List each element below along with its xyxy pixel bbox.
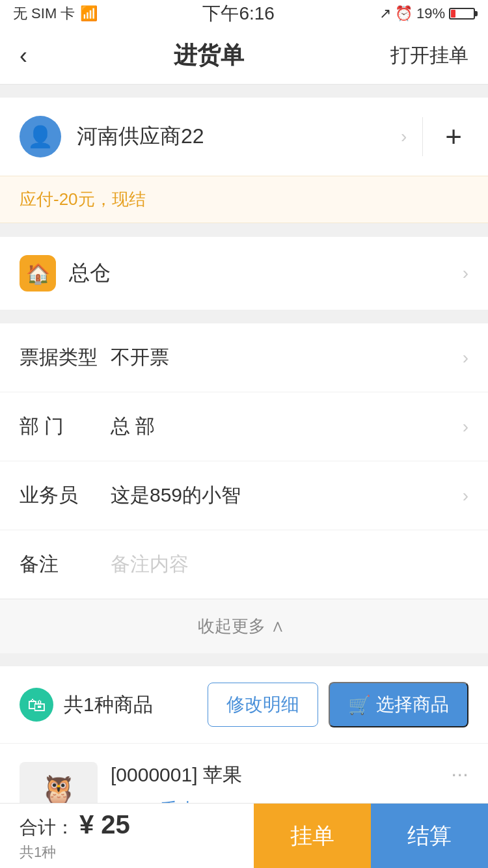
pending-label: 挂单 [290, 821, 334, 851]
select-icon: 🛒 [348, 694, 371, 716]
invoice-chevron-icon: › [463, 347, 468, 368]
battery-percent: 19% [416, 5, 445, 22]
warehouse-name: 总仓 [69, 259, 463, 288]
footer-total-label: 合计： [20, 815, 74, 840]
supplier-name: 河南供应商22 [77, 122, 401, 151]
product-title: 苹果 [203, 764, 242, 785]
supplier-card: 👤 河南供应商22 › + 应付-20元，现结 [0, 98, 488, 223]
product-code: [0000001] [111, 764, 197, 785]
add-supplier-button[interactable]: + [439, 120, 468, 153]
supplier-chevron-icon: › [401, 126, 407, 147]
carrier-label: 无 SIM 卡 [13, 4, 75, 23]
salesperson-chevron-icon: › [463, 485, 468, 506]
dept-label: 部 门 [20, 413, 111, 440]
salesperson-label: 业务员 [20, 482, 111, 509]
salesperson-value: 这是859的小智 [111, 482, 463, 509]
location-icon: ↗ [379, 5, 391, 22]
warehouse-icon: 🏠 [20, 255, 56, 292]
checkout-button[interactable]: 结算 [371, 804, 488, 868]
footer: 合计： ¥ 25 共1种 挂单 结算 [0, 803, 488, 868]
nav-title: 进货单 [174, 40, 244, 72]
remark-label: 备注 [20, 551, 111, 578]
wifi-icon: 📶 [80, 5, 98, 22]
collapse-row[interactable]: 收起更多 ∧ [0, 599, 488, 653]
invoice-label: 票据类型 [20, 344, 111, 371]
notice-banner: 应付-20元，现结 [0, 176, 488, 223]
edit-detail-button[interactable]: 修改明细 [208, 683, 318, 727]
section-gap-2 [0, 223, 488, 236]
back-button[interactable]: ‹ [20, 42, 27, 70]
checkout-label: 结算 [407, 821, 452, 851]
products-icon: 🛍 [20, 688, 53, 722]
form-row-dept[interactable]: 部 门 总 部 › [0, 392, 488, 461]
open-pending-button[interactable]: 打开挂单 [390, 42, 468, 69]
supplier-divider [422, 117, 423, 156]
footer-total-sub: 共1种 [20, 843, 234, 862]
dept-chevron-icon: › [463, 416, 468, 437]
status-time: 下午6:16 [202, 1, 275, 26]
status-bar: 无 SIM 卡 📶 下午6:16 ↗ ⏰ 19% [0, 0, 488, 27]
status-left: 无 SIM 卡 📶 [13, 4, 98, 23]
dept-value: 总 部 [111, 413, 463, 440]
supplier-row[interactable]: 👤 河南供应商22 › + [0, 98, 488, 176]
form-row-salesperson[interactable]: 业务员 这是859的小智 › [0, 461, 488, 530]
product-menu-button[interactable]: ··· [451, 762, 468, 786]
select-product-button[interactable]: 🛒 选择商品 [329, 682, 468, 727]
footer-total-amount: ¥ 25 [79, 810, 130, 839]
footer-total-line: 合计： ¥ 25 [20, 810, 234, 840]
section-gap-3 [0, 310, 488, 323]
form-card: 票据类型 不开票 › 部 门 总 部 › 业务员 这是859的小智 › 备注 备… [0, 323, 488, 599]
avatar-icon: 👤 [27, 124, 53, 149]
cart-icon: 🛍 [27, 694, 46, 716]
supplier-avatar: 👤 [20, 116, 61, 157]
alarm-icon: ⏰ [395, 5, 413, 22]
form-row-remark[interactable]: 备注 备注内容 [0, 530, 488, 599]
collapse-label: 收起更多 ∧ [198, 615, 284, 638]
footer-total-area: 合计： ¥ 25 共1种 [0, 804, 254, 868]
products-header: 🛍 共1种商品 修改明细 🛒 选择商品 [0, 653, 488, 743]
invoice-value: 不开票 [111, 344, 463, 371]
warehouse-chevron-icon: › [463, 263, 468, 284]
products-count: 共1种商品 [64, 692, 197, 718]
battery-icon [449, 8, 475, 20]
product-name: [0000001] 苹果 [111, 762, 438, 789]
warehouse-row[interactable]: 🏠 总仓 › [0, 236, 488, 310]
select-label: 选择商品 [376, 692, 449, 717]
section-gap-1 [0, 85, 488, 98]
form-row-invoice[interactable]: 票据类型 不开票 › [0, 323, 488, 392]
pending-button[interactable]: 挂单 [254, 804, 371, 868]
status-right: ↗ ⏰ 19% [379, 5, 475, 22]
remark-placeholder: 备注内容 [111, 551, 468, 578]
nav-bar: ‹ 进货单 打开挂单 [0, 27, 488, 85]
